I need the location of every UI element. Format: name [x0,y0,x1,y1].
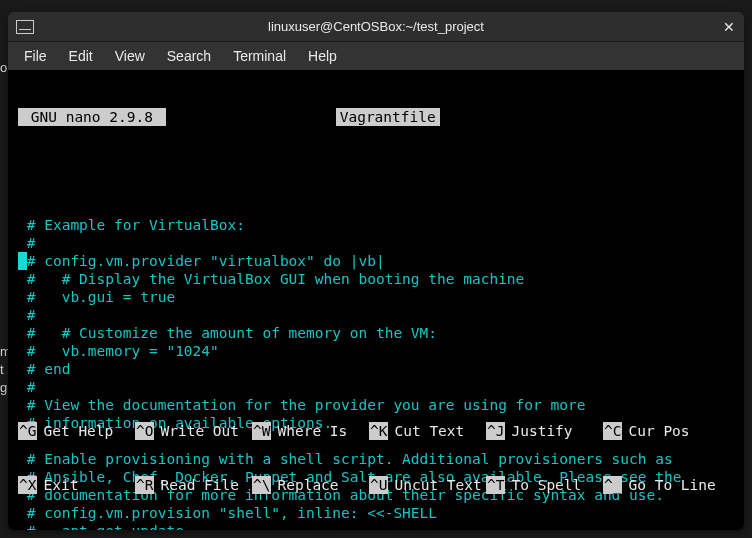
nano-filename: Vagrantfile [336,108,440,126]
shortcut-key: ^U [369,476,388,494]
shortcut-key: ^X [18,476,37,494]
editor-line: # # Customize the amount of memory on th… [18,324,744,342]
window-title: linuxuser@CentOSBox:~/test_project [8,19,744,34]
shortcut-label: Cur Pos [622,422,689,440]
shortcut-label: Cut Text [388,422,464,440]
shortcut-label: Exit [37,476,78,494]
shortcut-label: Uncut Text [388,476,481,494]
shortcut-label: To Spell [505,476,581,494]
nano-version: GNU nano 2.9.8 [18,108,166,126]
nano-header: GNU nano 2.9.8 Vagrantfile [8,108,744,126]
shortcut-key: ^K [369,422,388,440]
menu-file[interactable]: File [14,45,57,67]
shortcut-label: Replace [271,476,338,494]
editor-line: # # Display the VirtualBox GUI when boot… [18,270,744,288]
shortcut: ^RRead File [135,476,252,494]
editor-line: # Example for VirtualBox: [18,216,744,234]
shortcut-key: ^T [486,476,505,494]
editor-line: # config.vm.provider "virtualbox" do |vb… [18,252,744,270]
menu-view[interactable]: View [105,45,155,67]
shortcut-key: ^\ [252,476,271,494]
titlebar[interactable]: linuxuser@CentOSBox:~/test_project ✕ [8,12,744,42]
shortcut-key: ^J [486,422,505,440]
shortcut: ^UUncut Text [369,476,486,494]
background-text: o [0,60,7,75]
shortcut-row: ^GGet Help^OWrite Out^WWhere Is^KCut Tex… [18,422,744,440]
menu-terminal[interactable]: Terminal [223,45,296,67]
menubar: File Edit View Search Terminal Help [8,42,744,70]
shortcut-label: Go To Line [622,476,715,494]
shortcut: ^GGet Help [18,422,135,440]
shortcut: ^XExit [18,476,135,494]
editor-line: # vb.gui = true [18,288,744,306]
shortcut: ^CCur Pos [603,422,720,440]
close-icon[interactable]: ✕ [714,12,744,42]
shortcut-key: ^W [252,422,271,440]
cursor [18,252,27,270]
shortcut-key: ^R [135,476,154,494]
nano-shortcuts: ^GGet Help^OWrite Out^WWhere Is^KCut Tex… [8,386,744,530]
terminal-window: linuxuser@CentOSBox:~/test_project ✕ Fil… [8,12,744,530]
shortcut: ^WWhere Is [252,422,369,440]
shortcut: ^JJustify [486,422,603,440]
shortcut: ^_Go To Line [603,476,720,494]
shortcut-label: Read File [154,476,239,494]
menu-edit[interactable]: Edit [59,45,103,67]
shortcut-row: ^XExit^RRead File^\Replace^UUncut Text^T… [18,476,744,494]
menu-help[interactable]: Help [298,45,347,67]
shortcut: ^OWrite Out [135,422,252,440]
editor-line: # end [18,360,744,378]
shortcut-label: Get Help [37,422,113,440]
background-text: g [0,380,7,395]
shortcut-label: Justify [505,422,572,440]
shortcut: ^KCut Text [369,422,486,440]
shortcut-key: ^O [135,422,154,440]
editor-line: # vb.memory = "1024" [18,342,744,360]
editor-line: # [18,234,744,252]
shortcut-key: ^C [603,422,622,440]
background-text: t [0,362,4,377]
shortcut-key: ^G [18,422,37,440]
shortcut-key: ^_ [603,476,622,494]
shortcut: ^\Replace [252,476,369,494]
terminal-icon [16,20,34,34]
shortcut-label: Where Is [271,422,347,440]
shortcut-label: Write Out [154,422,239,440]
editor-line: # [18,306,744,324]
shortcut: ^TTo Spell [486,476,603,494]
menu-search[interactable]: Search [157,45,221,67]
terminal-area[interactable]: GNU nano 2.9.8 Vagrantfile # Example for… [8,70,744,530]
